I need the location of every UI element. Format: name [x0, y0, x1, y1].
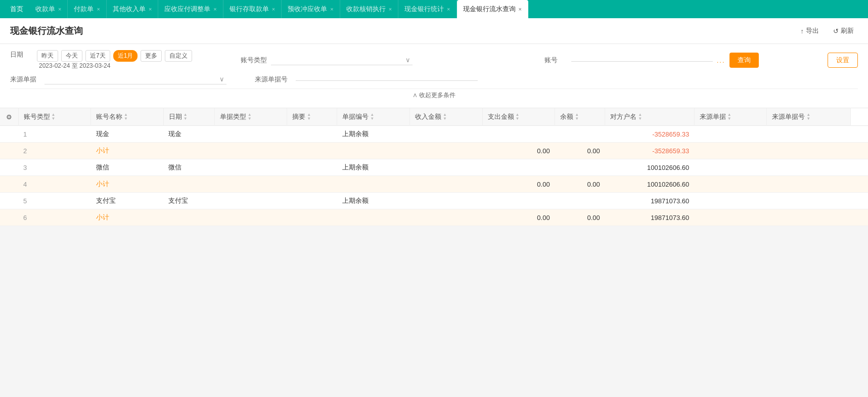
nav-item-yinhangcunqukuandan[interactable]: 银行存取款单 × [223, 0, 282, 18]
cell-account-type: 小计 [91, 176, 164, 193]
cell-income [482, 126, 555, 143]
col-date[interactable]: 日期 ▲▼ [163, 108, 214, 126]
row-settings [0, 176, 18, 193]
date-filter-section: 昨天 今天 近7天 近1月 更多 自定义 2023-02-24 至 2023-0… [37, 50, 192, 70]
cell-source-doc [767, 126, 851, 143]
close-icon[interactable]: × [149, 6, 152, 12]
cell-balance: 19871073.60 [605, 193, 695, 209]
table-row: 1现金现金上期余额-3528659.33 [0, 126, 868, 143]
account-type-label: 账号类型 [241, 56, 267, 65]
table-settings-col[interactable]: ⚙ [0, 108, 18, 126]
account-type-select[interactable]: ∨ [271, 55, 413, 65]
nav-item-qitashourrudan[interactable]: 其他收入单 × [107, 0, 158, 18]
cell-income [482, 193, 555, 209]
close-icon[interactable]: × [519, 6, 522, 12]
settings-button[interactable]: 设置 [828, 53, 858, 68]
table-row: 5支付宝支付宝上期余额19871073.60 [0, 193, 868, 209]
source-doc-select[interactable]: ∨ [44, 74, 226, 84]
data-table-wrapper: ⚙ 账号类型 ▲▼ 账号名称 ▲▼ 日期 ▲▼ [0, 108, 868, 226]
date-custom-btn[interactable]: 自定义 [165, 50, 192, 62]
cell-source-doc-no [851, 193, 868, 209]
nav-item-xianjinyinhangliushuichaxun[interactable]: 现金银行流水查询 × [457, 0, 528, 18]
cell-expense: 0.00 [555, 176, 605, 193]
col-account-type[interactable]: 账号类型 ▲▼ [18, 108, 91, 126]
filter-row-source: 来源单据 ∨ 来源单据号 [10, 74, 858, 84]
account-more-btn[interactable]: ... [717, 57, 725, 64]
nav-item-fukuandan[interactable]: 付款单 × [68, 0, 106, 18]
close-icon[interactable]: × [330, 6, 333, 12]
cell-account-name [163, 143, 214, 159]
nav-item-yingshouyingfutiaozhengdan[interactable]: 应收应付调整单 × [158, 0, 223, 18]
sort-arrows-icon: ▲▼ [184, 113, 188, 121]
row-settings [0, 209, 18, 226]
cell-balance: -3528659.33 [605, 143, 695, 159]
col-source-doc-no[interactable]: 来源单据号 ▲▼ [767, 108, 851, 126]
col-doc-no[interactable]: 单据编号 ▲▼ [337, 108, 410, 126]
cell-source-doc-no [851, 176, 868, 193]
nav-item-yushouzhongyingshoudan[interactable]: 预收冲应收单 × [282, 0, 340, 18]
cell-balance: 100102606.60 [605, 159, 695, 176]
cell-account-name [163, 176, 214, 193]
cell-date [214, 193, 287, 209]
cell-date [214, 159, 287, 176]
cell-balance: 19871073.60 [605, 209, 695, 226]
col-doc-type[interactable]: 单据类型 ▲▼ [214, 108, 287, 126]
account-label: 账号 [544, 56, 567, 65]
close-icon[interactable]: × [97, 6, 100, 12]
col-account-name[interactable]: 账号名称 ▲▼ [91, 108, 164, 126]
export-button[interactable]: ↑ 导出 [797, 24, 824, 37]
cell-date [214, 176, 287, 193]
cell-doc-no [409, 126, 482, 143]
cell-balance: 100102606.60 [605, 176, 695, 193]
nav-item-shoukuanxiaoshazhixing[interactable]: 收款核销执行 × [340, 0, 398, 18]
date-yesterday-btn[interactable]: 昨天 [37, 50, 58, 62]
col-summary[interactable]: 摘要 ▲▼ [287, 108, 337, 126]
col-counterpart[interactable]: 对方户名 ▲▼ [605, 108, 695, 126]
close-icon[interactable]: × [447, 6, 450, 12]
cell-account-type: 微信 [91, 159, 164, 176]
cell-doc-type [287, 126, 337, 143]
account-input[interactable] [571, 59, 713, 62]
cell-source-doc [767, 159, 851, 176]
collapse-filter-btn[interactable]: ∧ 收起更多条件 [10, 89, 858, 102]
date-more-btn[interactable]: 更多 [141, 50, 162, 62]
cell-account-type: 支付宝 [91, 193, 164, 209]
source-doc-num-input[interactable] [296, 78, 478, 81]
col-balance[interactable]: 余额 ▲▼ [555, 108, 605, 126]
col-expense[interactable]: 支出金额 ▲▼ [482, 108, 555, 126]
sort-arrows-icon: ▲▼ [516, 113, 520, 121]
table-row: 3微信微信上期余额100102606.60 [0, 159, 868, 176]
cell-date [214, 143, 287, 159]
col-income[interactable]: 收入金额 ▲▼ [409, 108, 482, 126]
cell-expense [555, 159, 605, 176]
close-icon[interactable]: × [389, 6, 392, 12]
date-range-display: 2023-02-24 至 2023-03-24 [39, 62, 192, 70]
refresh-button[interactable]: ↺ 刷新 [829, 24, 858, 37]
query-button[interactable]: 查询 [729, 53, 759, 68]
top-navigation: 首页 收款单 × 付款单 × 其他收入单 × 应收应付调整单 × 银行存取款单 … [0, 0, 868, 18]
chevron-up-icon: ∧ [413, 92, 419, 99]
nav-item-xianjinyinhangtongjii[interactable]: 现金银行统计 × [398, 0, 456, 18]
date-1month-btn[interactable]: 近1月 [113, 50, 138, 62]
cell-source-doc-no [851, 159, 868, 176]
sort-arrows-icon: ▲▼ [443, 113, 447, 121]
cell-account-type: 小计 [91, 209, 164, 226]
nav-item-shoukuandan[interactable]: 收款单 × [29, 0, 68, 18]
page-header: 现金银行流水查询 ↑ 导出 ↺ 刷新 [0, 18, 868, 44]
cell-date [214, 126, 287, 143]
sort-arrows-icon: ▲▼ [248, 113, 252, 121]
cell-doc-no [409, 193, 482, 209]
nav-home[interactable]: 首页 [4, 0, 29, 18]
row-number: 5 [18, 193, 91, 209]
cell-account-type: 现金 [91, 126, 164, 143]
date-today-btn[interactable]: 今天 [61, 50, 82, 62]
col-source-doc[interactable]: 来源单据 ▲▼ [694, 108, 767, 126]
cell-account-name [163, 209, 214, 226]
table-row: 2小计0.000.00-3528659.33 [0, 143, 868, 159]
close-icon[interactable]: × [213, 6, 216, 12]
cell-counterpart [694, 209, 767, 226]
cell-summary [337, 176, 410, 193]
date-7days-btn[interactable]: 近7天 [85, 50, 110, 62]
close-icon[interactable]: × [272, 6, 275, 12]
close-icon[interactable]: × [58, 6, 61, 12]
